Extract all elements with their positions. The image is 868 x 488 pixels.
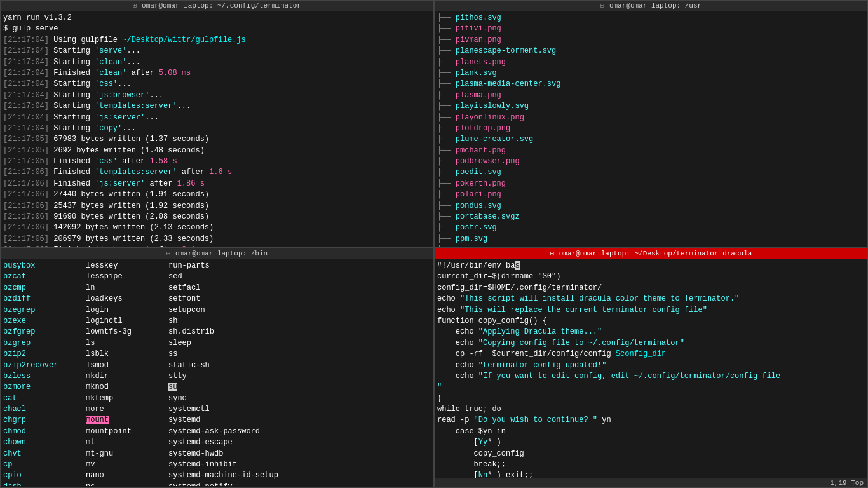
terminal-line: [21:17:06] 91690 bytes written (2.08 sec… [3,212,431,222]
script-line: cp -rf $current_dir/config/config $confi… [437,349,865,360]
terminal-line: [21:17:06] Finished 'js:server' after 1.… [3,179,431,189]
file-entry: ├── planescape-torment.svg [437,46,865,57]
bin-item: run-parts [168,261,431,271]
script-line: copy_config [437,449,865,459]
bin-item: lowntfs-3g [86,327,168,337]
bin-item: systemctl [168,404,431,415]
file-entry: ├── playitslowly.svg [437,101,865,112]
bin-item: stty [168,371,431,382]
terminal-line: yarn run v1.3.2 [3,13,431,24]
pane3-body: busyboxbzcatbzcmpbzdiffbzegrepbzexebzfgr… [1,259,433,487]
statusbar-right: 1,19 Top [830,479,864,487]
bin-item: bzegrep [3,305,86,316]
pane2-body: ├── pithos.svg├── pitivi.png├── pivman.p… [435,11,867,247]
bin-item: setfont [168,294,431,304]
script-line: #!/usr/bin/env bas [437,261,865,271]
bin-item: sync [168,393,431,404]
file-entry: ├── plotdrop.png [437,123,865,134]
terminal-line: $ gulp serve [3,24,431,34]
bin-col-2: lesskeylesspipelnloadkeysloginloginctllo… [86,261,168,486]
bin-item: bzcmp [3,283,86,294]
terminal-line: [21:17:04] Using gulpfile ~/Desktop/witt… [3,35,431,46]
bin-item: bzless [3,371,86,382]
bin-item: chmod [3,426,86,437]
file-entry: ├── postr.svg [437,222,865,233]
file-entry: ├── podbrowser.png [437,156,865,167]
script-line: echo "This script will install dracula c… [437,294,865,304]
script-line: echo "Applying Dracula theme..." [437,327,865,337]
bin-item: chacl [3,404,86,415]
pane3-titlebar: ⊞ omar@omar-laptop: /bin [1,248,433,259]
script-line: current_dir=$(dirname "$0") [437,271,865,282]
bin-item: mv [86,459,168,470]
terminal-line: [21:17:06] 206979 bytes written (2.33 se… [3,234,431,245]
bin-item: mknod [86,382,168,393]
script-line: case $yn in [437,426,865,437]
pane2[interactable]: ⊞ omar@omar-laptop: /usr ├── pithos.svg├… [434,0,868,248]
pane3-title: omar@omar-laptop: /bin [175,250,268,257]
bin-item: chvt [3,449,86,459]
bin-col-1: busyboxbzcatbzcmpbzdiffbzegrepbzexebzfgr… [3,261,86,486]
bin-item: static-sh [168,360,431,371]
grid-icon4: ⊞ [550,250,554,257]
pane4-statusbar: 1,19 Top [435,478,867,487]
bin-item: systemd-machine-id-setup [168,470,431,481]
bin-item: busybox [3,261,86,271]
terminal-line: [21:17:06] Finished 'templates:server' a… [3,167,431,178]
file-entry: ├── pitivi.png [437,24,865,34]
terminal-line: [21:17:06] 27440 bytes written (1.91 sec… [3,189,431,200]
pane2-titlebar: ⊞ omar@omar-laptop: /usr [435,1,867,11]
file-entry: ├── plume-creator.svg [437,134,865,145]
bin-item: bzfgrep [3,327,86,337]
file-entry: ├── plasma-media-center.svg [437,79,865,90]
bin-item: lesskey [86,261,168,271]
pane1[interactable]: ⊞ omar@omar-laptop: ~/.config/terminator… [0,0,434,248]
file-entry: ├── plasma.png [437,90,865,101]
script-line: echo "This will replace the current term… [437,305,865,316]
bin-item: ln [86,283,168,294]
bin-item: mt-gnu [86,449,168,459]
bin-item: systemd-escape [168,437,431,448]
script-line: echo "Copying config file to ~/.config/t… [437,338,865,349]
bin-item: nano [86,470,168,481]
bin-item: bzmore [3,382,86,393]
bin-col-3: run-partssedsetfaclsetfontsetupconshsh.d… [168,261,431,486]
bin-item: setfacl [168,283,431,294]
terminal-line: [21:17:04] Starting 'js:browser'... [3,90,431,101]
pane3[interactable]: ⊞ omar@omar-laptop: /bin busyboxbzcatbzc… [0,248,434,488]
file-entry: ├── plank.svg [437,68,865,79]
bin-item: cpio [3,470,86,481]
bin-item: ls [86,338,168,349]
file-entry: ├── playonlinux.png [437,112,865,123]
script-line: read -p "Do you wish to continue? " yn [437,415,865,426]
script-line: echo "If you want to edit config, edit ~… [437,371,865,382]
pane4[interactable]: ⊞ omar@omar-laptop: ~/Desktop/terminator… [434,248,868,488]
bin-item: sleep [168,338,431,349]
file-entry: ├── poedit.svg [437,167,865,178]
bin-item: mountpoint [86,426,168,437]
terminal-line: [21:17:05] 67983 bytes written (1.37 sec… [3,134,431,145]
file-entry: ├── portabase.svgz [437,212,865,222]
script-line: [Nn* ) exit;; [437,470,865,478]
file-entry: ├── pmchart.png [437,146,865,156]
bin-item: bzip2 [3,349,86,360]
bin-item: systemd-hwdb [168,449,431,459]
script-line: while true; do [437,404,865,415]
pane1-body: yarn run v1.3.2$ gulp serve[21:17:04] Us… [1,11,433,247]
bin-item: login [86,305,168,316]
bin-item: mktemp [86,393,168,404]
bin-item: dash [3,482,86,486]
script-line: } [437,393,865,404]
terminal-line: [21:17:06] 25437 bytes written (1.92 sec… [3,201,431,212]
bin-item: more [86,404,168,415]
bin-item: mount [86,415,168,426]
bin-item: su [168,382,431,393]
terminal-line: [21:17:06] 142092 bytes written (2.13 se… [3,222,431,233]
bin-item: mt [86,437,168,448]
pane2-title: omar@omar-laptop: /usr [609,2,702,10]
bin-item: chown [3,437,86,448]
bin-item: sed [168,271,431,282]
bin-item: loginctl [86,316,168,327]
pane4-body: #!/usr/bin/env bascurrent_dir=$(dirname … [435,259,867,478]
bin-item: bzexe [3,316,86,327]
